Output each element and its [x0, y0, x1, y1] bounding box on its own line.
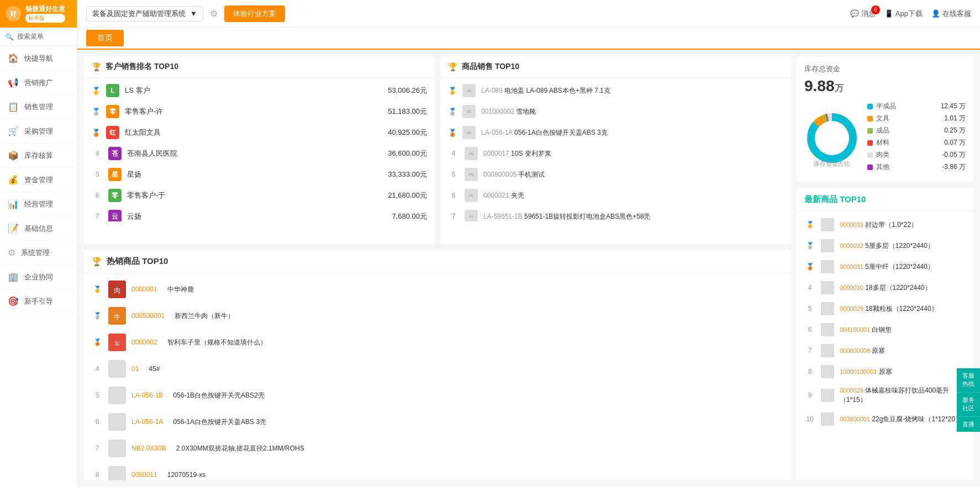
customer-amount: 51,183.00元 — [388, 107, 427, 117]
customer-ranking-header: 🏆 客户销售排名 TOP10 — [84, 56, 435, 78]
product-name: 智利车子里（规格不知道填什么） — [167, 338, 267, 347]
svg-rect-7 — [108, 387, 126, 404]
online-service-label: 在线客服 — [942, 9, 971, 19]
list-item: 6 LA-056-1A 056-1A白色按键开关盖ABS 3壳 — [84, 409, 791, 435]
list-item: 4 0000030 18多层（1220*2440） — [797, 277, 973, 298]
customer-service-button[interactable]: 客服热线 — [957, 368, 980, 393]
table-row: 7 云 云扬 7,680.00元 — [84, 206, 435, 221]
system-selector[interactable]: 装备及固定资产辅助管理系统 ▼ — [86, 6, 203, 22]
product-thumb — [821, 389, 834, 402]
app-download-button[interactable]: 📱 App下载 — [884, 9, 923, 19]
legend-color-dot — [867, 116, 873, 121]
online-service-button[interactable]: 👤 在线客服 — [931, 9, 971, 19]
float-buttons: 客服热线 服务社区 直播 — [957, 368, 980, 432]
svg-text:车: 车 — [114, 341, 120, 347]
sidebar-item-sales[interactable]: 📋 销售管理 — [0, 95, 77, 119]
product-code: 0000011 — [131, 471, 157, 479]
product-code: LA-59651-1B — [483, 213, 523, 220]
product-thumb — [821, 344, 834, 357]
rank-number: 4 — [92, 365, 103, 373]
fire-icon: 🏆 — [92, 257, 102, 267]
sidebar-item-management[interactable]: 📊 经营管理 — [0, 192, 77, 216]
sidebar-item-inventory[interactable]: 📦 库存核算 — [0, 144, 77, 168]
product-code: LA-056-1A — [131, 418, 163, 426]
sidebar-item-enterprise[interactable]: 🏢 企业协同 — [0, 265, 77, 289]
table-row: 6 零 零售客户-于 21,680.00元 — [84, 185, 435, 206]
table-row: 🥈 Ai 001000002 雪地靴 — [440, 101, 791, 122]
management-icon: 📊 — [8, 199, 19, 209]
svg-text:肉: 肉 — [114, 287, 120, 294]
sidebar-item-quick-nav[interactable]: 🏠 快捷导航 — [0, 46, 77, 71]
hot-product-thumb — [108, 413, 126, 431]
notification-badge: 6 — [871, 6, 880, 14]
medal-icon: 🥈 — [804, 242, 815, 250]
product-thumb — [821, 218, 834, 231]
list-item: 🥉 0000031 5厘中纤（1220*2440） — [797, 256, 973, 277]
product-thumb — [821, 281, 834, 294]
list-item: 🥇 0000033 封边带（1.0*22） — [797, 214, 973, 235]
sidebar-search[interactable]: 🔍 搜索菜单 — [0, 28, 77, 46]
rank-number: 8 — [804, 368, 815, 375]
chart-label: 库存资金占比 — [804, 160, 860, 168]
top-panels-row: 🏆 客户销售排名 TOP10 🥇 L LS 客户 53,006.26元 — [84, 56, 791, 244]
trophy-icon: 🏆 — [448, 62, 457, 71]
product-info: 0000017 10S 变利罗浆 — [483, 149, 783, 158]
settings-icon[interactable]: ⚙ — [210, 8, 218, 19]
search-icon: 🔍 — [6, 33, 14, 41]
product-info: LA-089 电池盖 LA-089 ABS本色+黑种 7.1克 — [481, 86, 783, 96]
left-panels: 🏆 客户销售排名 TOP10 🥇 L LS 客户 53,006.26元 — [84, 56, 791, 480]
medal-icon: 🥇 — [92, 285, 103, 293]
sidebar-item-guide[interactable]: 🎯 新手引导 — [0, 289, 77, 314]
medal-icon: 🥉 — [92, 338, 103, 346]
live-button[interactable]: 直播 — [957, 417, 980, 432]
legend-value: 1.01 万 — [944, 114, 966, 123]
product-info: 0000028 体械嘉枝味苏打饮品400毫升（1*15） — [840, 386, 966, 405]
rank-number: 6 — [92, 418, 103, 426]
product-info: LA-056-1A 056-1A白色按键开关盖ABS 3克 — [481, 128, 783, 137]
sidebar-item-label: 基础信息 — [24, 224, 53, 234]
sidebar-item-system[interactable]: ⚙ 系统管理 — [0, 241, 77, 265]
product-name: 夹壳 — [511, 192, 524, 199]
product-code: 0000030 — [840, 284, 863, 291]
new-products-header: 最新商品 TOP10 — [797, 188, 973, 212]
product-info: LA-59651-1B 59651-1B旋转投影灯电池盒ABS黑色+58壳 — [483, 212, 783, 221]
rank-number: 5 — [804, 305, 815, 313]
table-row: 7 Ai LA-59651-1B 59651-1B旋转投影灯电池盒ABS黑色+5… — [440, 206, 791, 221]
hot-product-thumb: 牛 — [108, 307, 126, 325]
logo-icon: 好 — [6, 6, 21, 22]
product-name: 5厘多层（1220*2440） — [865, 242, 934, 250]
customer-amount: 33,333.00元 — [388, 170, 427, 179]
trial-button[interactable]: 体验行业方案 — [224, 6, 285, 22]
list-item: 🥇 肉 0000001 中华神鹿 — [84, 276, 791, 303]
rank-number: 4 — [804, 284, 815, 292]
legend-item: 其他 -3.86 万 — [867, 162, 966, 172]
hot-product-thumb: 车 — [108, 334, 126, 351]
product-sales-panel: 🏆 商品销售 TOP10 🥇 Ai LA-089 电池盖 LA-089 ABS本… — [440, 56, 791, 244]
service-community-button[interactable]: 服务社区 — [957, 393, 980, 417]
medal-icon: 🥇 — [448, 87, 457, 95]
product-code: 0000002 — [131, 338, 157, 346]
breadcrumb-home[interactable]: 首页 — [86, 30, 124, 46]
messages-button[interactable]: 💬 消息 6 — [850, 9, 876, 19]
customer-name: 星扬 — [127, 170, 382, 179]
product-name: 白钢垫 — [872, 326, 892, 334]
stock-amount: 9.88万 — [804, 77, 966, 95]
sidebar-item-purchase[interactable]: 🛒 采购管理 — [0, 119, 77, 144]
product-thumb — [821, 412, 834, 426]
sidebar-item-basic-info[interactable]: 📝 基础信息 — [0, 216, 77, 241]
product-info: 004100001 白钢垫 — [840, 325, 966, 335]
list-item: 9 0000028 体械嘉枝味苏打饮品400毫升（1*15） — [797, 382, 973, 409]
chevron-down-icon: ▼ — [190, 9, 197, 18]
list-item: 🥈 0000032 5厘多层（1220*2440） — [797, 235, 973, 256]
header-right: 💬 消息 6 📱 App下载 👤 在线客服 — [850, 9, 971, 19]
product-name: 原塞 — [879, 368, 892, 375]
sidebar-item-label: 新手引导 — [24, 297, 53, 306]
svg-rect-21 — [821, 302, 834, 315]
sidebar-item-finance[interactable]: 💰 资金管理 — [0, 168, 77, 192]
svg-rect-9 — [108, 440, 126, 457]
sidebar-item-marketing[interactable]: 📢 营销推广 — [0, 71, 77, 95]
legend-name: 肉类 — [876, 150, 939, 160]
legend-value: 12.45 万 — [941, 102, 966, 111]
svg-rect-24 — [821, 365, 834, 378]
product-code: 004100001 — [840, 326, 870, 333]
